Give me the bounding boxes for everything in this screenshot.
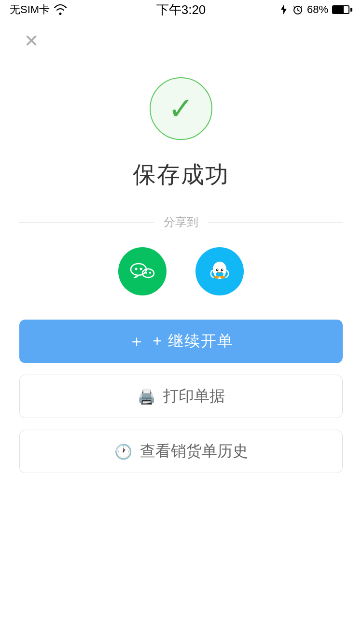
svg-point-15: [214, 276, 219, 279]
share-label: 分享到: [154, 214, 208, 230]
wifi-icon: [54, 4, 67, 15]
divider-line-right: [208, 222, 343, 223]
svg-point-13: [217, 269, 218, 270]
battery-percent: 68%: [307, 3, 328, 16]
print-label: 打印单据: [163, 386, 225, 407]
action-buttons: ＋ + 继续开单 🖨️ 打印单据 🕐 查看销货单历史: [19, 320, 343, 473]
share-section: 分享到: [19, 214, 343, 295]
qq-share-button[interactable]: [195, 247, 244, 295]
alarm-icon: [292, 4, 303, 15]
share-divider: 分享到: [19, 214, 343, 230]
print-button[interactable]: 🖨️ 打印单据: [19, 375, 343, 418]
svg-point-12: [221, 269, 223, 271]
checkmark-icon: ✓: [168, 93, 194, 124]
status-left: 无SIM卡: [10, 2, 67, 17]
sim-status: 无SIM卡: [10, 2, 50, 17]
main-content: ✕ ✓ 保存成功 分享到: [0, 19, 362, 644]
history-button[interactable]: 🕐 查看销货单历史: [19, 430, 343, 473]
svg-point-6: [149, 272, 151, 274]
svg-point-11: [216, 269, 219, 271]
success-icon-container: ✓: [150, 77, 212, 140]
divider-line-left: [19, 222, 154, 223]
svg-point-16: [220, 276, 225, 279]
svg-point-5: [145, 272, 147, 274]
status-time: 下午3:20: [156, 1, 206, 18]
close-button[interactable]: ✕: [19, 29, 43, 53]
history-label: 查看销货单历史: [140, 441, 248, 462]
battery-icon: [332, 5, 352, 14]
continue-label: + 继续开单: [153, 331, 234, 352]
share-icons: [19, 247, 343, 295]
close-icon: ✕: [24, 32, 39, 50]
qq-icon: [205, 257, 234, 286]
continue-order-button[interactable]: ＋ + 继续开单: [19, 320, 343, 363]
success-title: 保存成功: [133, 159, 229, 190]
history-icon: 🕐: [114, 443, 132, 460]
wechat-icon: [128, 257, 157, 286]
svg-point-3: [135, 268, 138, 270]
continue-icon: ＋: [128, 330, 145, 352]
status-bar: 无SIM卡 下午3:20 68%: [0, 0, 362, 19]
success-circle: ✓: [150, 77, 212, 140]
svg-point-4: [140, 268, 142, 270]
svg-point-14: [222, 269, 223, 270]
status-right: 68%: [279, 3, 352, 16]
print-icon: 🖨️: [138, 388, 155, 405]
location-icon: [279, 4, 289, 15]
svg-point-1: [131, 264, 146, 275]
wechat-share-button[interactable]: [118, 247, 167, 295]
